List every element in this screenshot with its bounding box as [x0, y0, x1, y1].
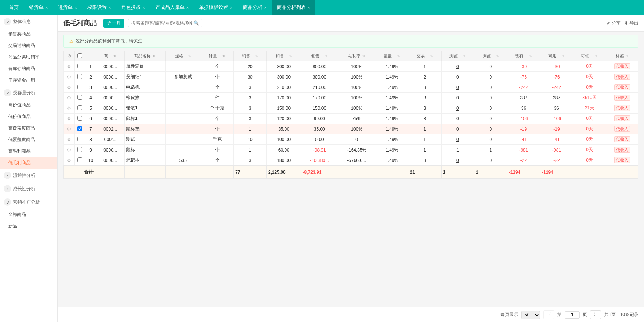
nav-product-analysis-list[interactable]: 商品分析列表 × — [272, 0, 315, 15]
row-checkbox[interactable] — [75, 93, 85, 103]
close-icon[interactable]: × — [186, 5, 189, 10]
row-checkbox[interactable] — [75, 82, 85, 93]
close-icon[interactable]: × — [142, 5, 145, 10]
row-settings[interactable]: ⚙ — [64, 72, 75, 82]
sidebar-item-high-margin[interactable]: 高毛利商品 — [0, 146, 57, 157]
sidebar-group-cluster-header[interactable]: ∨ 类群量分析 — [0, 86, 57, 99]
col-sales-count[interactable]: 销售... ⇅ — [234, 51, 267, 61]
next-page-button[interactable]: 〉 — [590, 310, 601, 319]
row-select-checkbox[interactable] — [77, 64, 82, 68]
col-spec[interactable]: 规格... ⇅ — [165, 51, 201, 61]
row-settings[interactable]: ⚙ — [64, 134, 75, 145]
row-browse1[interactable]: 0 — [441, 124, 474, 134]
search-box[interactable]: 🔍 — [128, 19, 202, 27]
row-select-checkbox[interactable] — [77, 137, 82, 141]
row-browse1[interactable]: 0 — [441, 72, 474, 82]
col-name[interactable]: 商品名称 ⇅ — [125, 51, 166, 61]
sidebar-item-low-margin[interactable]: 低毛利商品 — [0, 157, 57, 169]
row-browse1[interactable]: 1 — [441, 145, 474, 155]
col-settings[interactable]: ⚙ — [64, 51, 75, 61]
sidebar-item-high-value[interactable]: 高价值商品 — [0, 99, 57, 111]
col-gross-rate[interactable]: 毛利率 ⇅ — [338, 51, 375, 61]
date-filter-button[interactable]: 近一月 — [103, 19, 124, 28]
row-select-checkbox[interactable] — [77, 95, 82, 100]
sidebar-item-category-rate[interactable]: 商品分类助销率 — [0, 51, 57, 63]
nav-template-settings[interactable]: 单据模板设置 × — [194, 0, 237, 15]
collapse-icon[interactable]: › — [4, 185, 11, 192]
sidebar-item-inventory-capital[interactable]: 库存资金占用 — [0, 74, 57, 86]
sidebar-item-low-value[interactable]: 低价值商品 — [0, 111, 57, 122]
col-trade[interactable]: 交易... ⇅ — [408, 51, 441, 61]
close-icon[interactable]: × — [264, 5, 266, 10]
row-settings[interactable]: ⚙ — [64, 114, 75, 124]
row-browse1[interactable]: 0 — [441, 93, 474, 103]
row-checkbox[interactable] — [75, 145, 85, 155]
row-checkbox[interactable] — [75, 114, 85, 124]
close-icon[interactable]: × — [230, 5, 232, 10]
per-page-select[interactable]: 50 100 200 — [521, 311, 540, 319]
row-settings[interactable]: ⚙ — [64, 124, 75, 134]
nav-product-analysis[interactable]: 商品分析 × — [238, 0, 272, 15]
collapse-icon[interactable]: ∨ — [4, 89, 11, 96]
row-browse1[interactable]: 0 — [441, 61, 474, 72]
row-settings[interactable]: ⚙ — [64, 93, 75, 103]
col-sales-gross[interactable]: 销售... ⇅ — [301, 51, 338, 61]
nav-home[interactable]: 首页 — [4, 0, 24, 15]
col-browse2[interactable]: 浏览... ⇅ — [474, 51, 507, 61]
nav-role-auth[interactable]: 角色授权 × — [116, 0, 150, 15]
row-browse1[interactable]: 0 — [441, 134, 474, 145]
col-browse1[interactable]: 浏览... ⇅ — [441, 51, 474, 61]
row-checkbox[interactable] — [75, 155, 85, 166]
col-sales-price[interactable]: 销售... ⇅ — [266, 51, 301, 61]
close-icon[interactable]: × — [74, 5, 77, 10]
row-browse1[interactable]: 0 — [441, 103, 474, 114]
row-settings[interactable]: ⚙ — [64, 82, 75, 93]
row-select-checkbox[interactable] — [77, 85, 82, 89]
sidebar-group-flow-header[interactable]: › 流通性分析 — [0, 169, 57, 182]
export-button[interactable]: ⬇ 导出 — [624, 20, 638, 26]
nav-sales-order[interactable]: 销货单 × — [24, 0, 53, 15]
col-current[interactable]: 现有... ⇅ — [507, 51, 540, 61]
row-select-checkbox[interactable] — [77, 116, 82, 121]
sidebar-item-low-coverage[interactable]: 低覆盖度商品 — [0, 134, 57, 146]
col-cover-rate[interactable]: 覆盖... ⇅ — [375, 51, 408, 61]
collapse-icon[interactable]: › — [4, 172, 11, 179]
row-settings[interactable]: ⚙ — [64, 145, 75, 155]
row-checkbox[interactable] — [75, 103, 85, 114]
row-settings[interactable]: ⚙ — [64, 61, 75, 72]
share-button[interactable]: ⇗ 分享 — [606, 20, 621, 26]
nav-product-inbound[interactable]: 产成品入库单 × — [150, 0, 194, 15]
row-browse1[interactable]: 0 — [441, 82, 474, 93]
sidebar-item-sales-goods[interactable]: 销售类商品 — [0, 28, 57, 40]
search-icon[interactable]: 🔍 — [193, 20, 199, 26]
page-input[interactable] — [565, 311, 580, 319]
row-select-checkbox[interactable] — [77, 105, 82, 110]
collapse-icon[interactable]: ∨ — [4, 18, 11, 25]
row-select-checkbox[interactable] — [77, 157, 82, 162]
sidebar-item-high-coverage[interactable]: 高覆盖度商品 — [0, 122, 57, 134]
col-unit[interactable]: 计量... ⇅ — [201, 51, 234, 61]
row-select-checkbox[interactable] — [77, 147, 82, 152]
row-browse1[interactable]: 0 — [441, 155, 474, 166]
row-browse1[interactable]: 0 — [441, 114, 474, 124]
nav-permissions[interactable]: 权限设置 × — [82, 0, 116, 15]
col-available[interactable]: 可用... ⇅ — [540, 51, 573, 61]
col-saleable[interactable]: 可销... ⇅ — [573, 51, 606, 61]
row-checkbox[interactable] — [75, 124, 85, 134]
nav-purchase-order[interactable]: 进货单 × — [53, 0, 82, 15]
row-checkbox[interactable] — [75, 134, 85, 145]
row-settings[interactable]: ⚙ — [64, 155, 75, 166]
sidebar-item-stock-goods[interactable]: 有库存的商品 — [0, 63, 57, 74]
prev-page-button[interactable]: 〈 — [543, 310, 554, 319]
sidebar-group-growth-header[interactable]: › 成长性分析 — [0, 182, 57, 195]
close-icon[interactable]: × — [109, 5, 111, 10]
sidebar-group-marketing-header[interactable]: ∨ 营销推广分析 — [0, 195, 57, 209]
sidebar-item-new-goods[interactable]: 新品 — [0, 220, 57, 232]
row-settings[interactable]: ⚙ — [64, 103, 75, 114]
row-checkbox[interactable] — [75, 61, 85, 72]
select-all-checkbox[interactable] — [77, 53, 82, 58]
col-check-all[interactable] — [75, 51, 85, 61]
collapse-icon[interactable]: ∨ — [4, 198, 11, 206]
sidebar-item-all-goods[interactable]: 全部商品 — [0, 209, 57, 220]
col-tag[interactable]: 标签 ⇅ — [606, 51, 638, 61]
